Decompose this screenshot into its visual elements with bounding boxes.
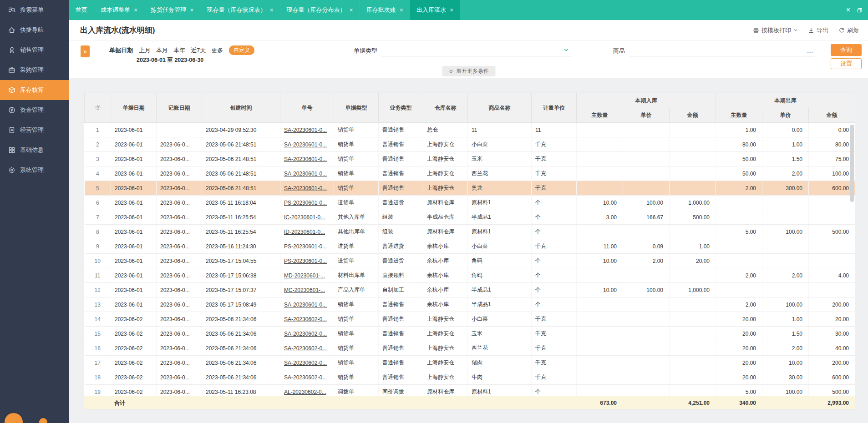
tab-item[interactable]: 出入库流水× — [410, 0, 460, 20]
doc-number-link[interactable]: PS-20230601-0... — [284, 200, 327, 206]
table-row[interactable]: 112023-06-012023-06-0...2023-05-17 15:06… — [85, 268, 855, 283]
date-quick-option[interactable]: 上月 — [139, 46, 151, 55]
tab-close-icon[interactable]: × — [134, 7, 137, 13]
table-cell: 上海静安仓 — [423, 181, 468, 196]
table-row[interactable]: 122023-06-012023-06-0...2023-05-17 15:07… — [85, 283, 855, 297]
table-row[interactable]: 92023-06-012023-06-0...2023-05-16 11:24:… — [85, 239, 855, 254]
column-settings-button[interactable] — [85, 93, 111, 123]
table-row[interactable]: 172023-06-022023-06-0...2023-05-06 21:34… — [85, 356, 855, 370]
doc-number-link[interactable]: SA-20230602-0... — [284, 374, 327, 381]
settings-button[interactable]: 设置 — [831, 58, 862, 69]
tab-close-icon[interactable]: × — [269, 7, 273, 13]
table-row[interactable]: 52023-06-012023-06-0...2023-05-06 21:48:… — [85, 181, 855, 196]
date-quick-option[interactable]: 近7天 — [191, 46, 206, 55]
doc-number-link[interactable]: SA-20230601-0... — [284, 141, 327, 148]
col-book-date[interactable]: 记账日期 — [157, 93, 202, 123]
print-by-template-button[interactable]: 按模板打印 — [753, 26, 798, 35]
date-quick-option[interactable]: 本年 — [173, 46, 185, 55]
tab-close-icon[interactable]: × — [400, 7, 403, 13]
col-biz-type[interactable]: 业务类型 — [379, 93, 423, 123]
search-button[interactable]: 查询 — [831, 44, 862, 56]
vertical-scrollbar[interactable] — [850, 125, 854, 202]
tab-close-icon[interactable]: × — [190, 7, 193, 13]
col-doc-date[interactable]: 单据日期 — [111, 93, 157, 123]
doc-type-select[interactable] — [382, 45, 571, 56]
doc-number-link[interactable]: ID-20230601-0... — [284, 229, 325, 235]
col-doc-no[interactable]: 单号 — [280, 93, 334, 123]
tab-item[interactable]: 首页 — [69, 0, 94, 20]
table-row[interactable]: 192023-06-022023-06-0...2023-05-11 16:23… — [85, 385, 855, 396]
col-doc-type[interactable]: 单据类型 — [334, 93, 379, 123]
doc-number-link[interactable]: SA-20230602-0... — [284, 360, 327, 366]
product-input[interactable]: ... — [629, 45, 815, 56]
table-row[interactable]: 22023-06-012023-06-0...2023-05-06 21:48:… — [85, 137, 855, 152]
tab-item[interactable]: 现存量（库存状况表）× — [200, 0, 280, 20]
close-icon[interactable]: × — [846, 6, 850, 14]
col-unit[interactable]: 计量单位 — [532, 93, 577, 123]
table-row[interactable]: 152023-06-022023-06-0...2023-05-06 21:34… — [85, 327, 855, 341]
doc-number-link[interactable]: SA-20230602-0... — [284, 345, 327, 352]
doc-number-link[interactable]: MC-20230601-... — [284, 287, 325, 293]
table-row[interactable]: 132023-06-012023-06-0...2023-05-17 15:08… — [85, 297, 855, 312]
col-out-qty[interactable]: 主数量 — [716, 108, 762, 123]
date-quick-option[interactable]: 本月 — [156, 46, 168, 55]
floating-help-dot[interactable] — [39, 418, 47, 423]
doc-number-link[interactable]: SA-20230601-0... — [284, 171, 327, 177]
sidebar-search-menu[interactable]: 搜索菜单 — [0, 0, 69, 20]
tab-item[interactable]: 现存量（库存分布表）× — [280, 0, 360, 20]
floating-help-button[interactable] — [5, 413, 23, 423]
table-cell: 普通进货 — [379, 196, 423, 210]
sidebar-item-business[interactable]: 经营管理 — [0, 120, 69, 140]
doc-number-link[interactable]: SA-20230601-0... — [284, 156, 327, 162]
table-row[interactable]: 62023-06-012023-06-0...2023-05-11 16:18:… — [85, 196, 855, 210]
refresh-button[interactable]: 刷新 — [838, 26, 859, 35]
table-row[interactable]: 162023-06-022023-06-0...2023-05-06 21:34… — [85, 341, 855, 356]
doc-number-link[interactable]: SA-20230601-0... — [284, 302, 327, 308]
doc-number-link[interactable]: AL-20230602-0... — [284, 389, 326, 395]
collapse-filter-button[interactable]: » — [81, 45, 90, 57]
doc-number-link[interactable]: SA-20230602-0... — [284, 316, 327, 322]
tab-item[interactable]: 拣货任务管理× — [144, 0, 200, 20]
doc-number-link[interactable]: PS-20230601-0... — [284, 258, 327, 264]
custom-date-pill[interactable]: 自定义 — [229, 45, 254, 55]
doc-number-link[interactable]: PS-20230601-0... — [284, 243, 327, 250]
table-row[interactable]: 12023-06-012023-04-29 09:52:30SA-2023060… — [85, 123, 855, 137]
tab-close-icon[interactable]: × — [450, 7, 453, 13]
col-created-time[interactable]: 创建时间 — [202, 93, 280, 123]
more-options-icon[interactable]: ... — [807, 47, 813, 54]
col-in-amount[interactable]: 金额 — [670, 108, 716, 123]
doc-number-link[interactable]: SA-20230602-0... — [284, 331, 327, 337]
table-row[interactable]: 82023-06-012023-06-0...2023-05-11 16:25:… — [85, 225, 855, 239]
tab-close-icon[interactable]: × — [350, 7, 353, 13]
tab-item[interactable]: 库存批次账× — [360, 0, 410, 20]
sidebar-item-sales[interactable]: 销售管理 — [0, 40, 69, 60]
doc-number-link[interactable]: IC-20230601-0... — [284, 214, 325, 221]
table-row[interactable]: 32023-06-012023-06-0...2023-05-06 21:48:… — [85, 152, 855, 166]
table-row[interactable]: 142023-06-022023-06-0...2023-05-06 21:34… — [85, 312, 855, 327]
col-warehouse[interactable]: 仓库名称 — [423, 93, 468, 123]
table-row[interactable]: 72023-06-012023-06-0...2023-05-11 16:25:… — [85, 210, 855, 225]
doc-number-link[interactable]: SA-20230601-0... — [284, 127, 327, 133]
totals-cell — [467, 396, 531, 409]
export-button[interactable]: 导出 — [808, 26, 828, 35]
table-row[interactable]: 102023-06-012023-06-0...2023-05-17 15:04… — [85, 254, 855, 268]
col-out-amount[interactable]: 金额 — [809, 108, 855, 123]
doc-number-link[interactable]: MD-20230601-... — [284, 272, 325, 279]
table-row[interactable]: 42023-06-012023-06-0...2023-05-06 21:48:… — [85, 166, 855, 181]
window-restore-icon[interactable] — [857, 7, 863, 13]
sidebar-item-purchase[interactable]: 采购管理 — [0, 60, 69, 80]
col-in-price[interactable]: 单价 — [623, 108, 670, 123]
sidebar-item-quick-nav[interactable]: 快捷导航 — [0, 20, 69, 40]
doc-number-link[interactable]: SA-20230601-0... — [284, 185, 327, 191]
sidebar-item-inventory[interactable]: 库存核算 — [0, 80, 69, 100]
sidebar-item-basic-info[interactable]: 基础信息 — [0, 140, 69, 160]
expand-more-button[interactable]: 展开更多条件 — [442, 66, 495, 76]
col-out-price[interactable]: 单价 — [762, 108, 809, 123]
date-quick-option[interactable]: 更多 — [211, 46, 223, 55]
sidebar-item-system[interactable]: 系统管理 — [0, 160, 69, 180]
col-product[interactable]: 商品名称 — [468, 93, 532, 123]
sidebar-item-funds[interactable]: 资金管理 — [0, 100, 69, 120]
table-row[interactable]: 182023-06-022023-06-0...2023-05-06 21:34… — [85, 370, 855, 385]
col-in-qty[interactable]: 主数量 — [577, 108, 623, 123]
tab-item[interactable]: 成本调整单× — [94, 0, 144, 20]
